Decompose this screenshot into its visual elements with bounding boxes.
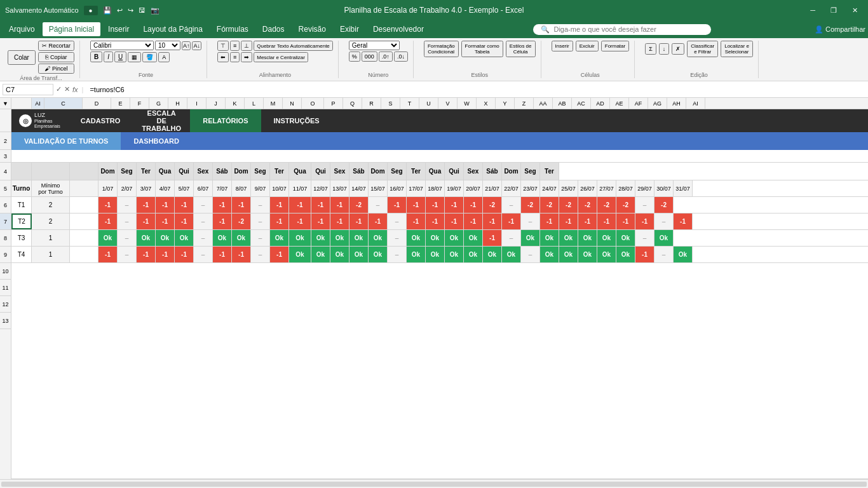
t2-d26[interactable]: -1 [578,214,597,229]
t4-d3[interactable]: -1 [137,247,156,262]
t1-name[interactable]: T1 [11,197,32,213]
t2-d19[interactable]: -1 [445,214,464,229]
menu-layout[interactable]: Layout da Página [137,22,208,36]
col-header-AF[interactable]: AF [629,98,648,109]
t2-d21[interactable]: -1 [483,214,502,229]
col-header-G[interactable]: G [149,98,168,109]
col-header-Z[interactable]: Z [515,98,534,109]
nav-relatorios[interactable]: RELATÓRIOS [190,109,261,132]
minimize-icon[interactable]: ─ [805,4,820,17]
col-header-K[interactable]: K [226,98,245,109]
number-format-select[interactable]: Geral [349,41,400,50]
font-color-button[interactable]: A [158,52,170,62]
t2-d25[interactable]: -1 [559,214,578,229]
align-left-button[interactable]: ⬅ [217,52,229,62]
nav-cadastro[interactable]: CADASTRO [68,109,133,132]
t4-d1[interactable]: -1 [98,247,118,262]
t1-d1[interactable]: -1 [98,197,118,213]
clear-button[interactable]: ✗ [672,43,684,55]
col-header-S[interactable]: S [381,98,400,109]
format-table-button[interactable]: Formatar comoTabela [461,41,503,57]
t1-d17[interactable]: -1 [407,197,426,213]
row-header-2[interactable]: 2 [0,132,11,150]
col-header-D[interactable]: D [83,98,111,109]
t4-d21[interactable]: Ok [483,247,502,262]
t4-d26[interactable]: Ok [578,247,597,262]
t1-d9[interactable]: – [251,197,270,213]
t3-d14[interactable]: Ok [349,230,369,246]
menu-pagina-inicial[interactable]: Página Inicial [43,22,100,36]
t4-d17[interactable]: Ok [407,247,426,262]
t3-d29[interactable]: – [635,230,654,246]
t1-d6[interactable]: – [194,197,213,213]
t1-d23[interactable]: -2 [521,197,540,213]
t1-d20[interactable]: -1 [464,197,483,213]
row-header-9[interactable]: 9 [0,247,11,263]
menu-revisao[interactable]: Revisão [292,22,332,36]
t4-d28[interactable]: Ok [616,247,635,262]
t3-d11[interactable]: Ok [289,230,311,246]
formula-input[interactable] [87,85,865,95]
copy-button[interactable]: ⎘ Copiar [38,52,74,62]
t2-d12[interactable]: -1 [311,214,330,229]
increase-font-button[interactable]: A↑ [182,41,191,50]
t4-d27[interactable]: Ok [597,247,616,262]
t2-d4[interactable]: -1 [156,214,175,229]
t3-d3[interactable]: Ok [137,230,156,246]
row-header-12[interactable]: 12 [0,296,11,313]
t3-d2[interactable]: – [118,230,137,246]
col-header-X[interactable]: X [477,98,496,109]
italic-button[interactable]: I [104,51,113,62]
t2-d29[interactable]: -1 [635,214,654,229]
t4-d9[interactable]: – [251,247,270,262]
t4-d23[interactable]: – [521,247,540,262]
t1-d30[interactable]: -2 [654,197,674,213]
t1-d7[interactable]: -1 [213,197,232,213]
redo-icon[interactable]: ↪ [128,6,133,15]
t4-d15[interactable]: Ok [369,247,388,262]
col-header-Y[interactable]: Y [496,98,515,109]
t1-d29[interactable]: – [635,197,654,213]
align-center-button[interactable]: ≡ [230,52,240,62]
col-header-O[interactable]: O [302,98,324,109]
t3-d4[interactable]: Ok [156,230,175,246]
col-header-C[interactable]: C [44,98,83,109]
fill-color-button[interactable]: 🪣 [142,52,157,62]
t3-d19[interactable]: Ok [445,230,464,246]
format-painter-button[interactable]: 🖌 Pincel [38,64,74,74]
delete-cell-button[interactable]: Excluir [576,41,599,51]
t2-d5[interactable]: -1 [175,214,194,229]
col-header-AE[interactable]: AE [610,98,629,109]
t3-d5[interactable]: Ok [175,230,194,246]
t2-d22[interactable]: -1 [502,214,521,229]
t1-d3[interactable]: -1 [137,197,156,213]
t3-d15[interactable]: Ok [369,230,388,246]
t2-d31[interactable]: -1 [674,214,693,229]
t4-d4[interactable]: -1 [156,247,175,262]
menu-exibir[interactable]: Exibir [334,22,365,36]
decrease-font-button[interactable]: A↓ [192,41,201,50]
t1-d18[interactable]: -1 [426,197,445,213]
row-header-13[interactable]: 13 [0,313,11,329]
decrease-decimal-button[interactable]: .0↓ [394,51,408,62]
t4-d14[interactable]: Ok [349,247,369,262]
subnav-validacao[interactable]: VALIDAÇÃO DE TURNOS [11,132,121,150]
t3-d7[interactable]: Ok [213,230,232,246]
t1-d11[interactable]: -1 [289,197,311,213]
save-disk-icon[interactable]: 🖫 [139,6,146,14]
col-header-AC[interactable]: AC [572,98,591,109]
row-header-1[interactable] [0,109,11,132]
row-header-11[interactable]: 11 [0,280,11,296]
col-header-AB[interactable]: AB [553,98,572,109]
close-icon[interactable]: ✕ [847,4,863,17]
t1-d12[interactable]: -1 [311,197,330,213]
t2-d11[interactable]: -1 [289,214,311,229]
t3-d10[interactable]: Ok [270,230,289,246]
format-cell-button[interactable]: Formatar [601,41,629,51]
t3-d18[interactable]: Ok [426,230,445,246]
t3-d28[interactable]: Ok [616,230,635,246]
row-header-6[interactable]: 6 [0,197,11,214]
t3-d8[interactable]: Ok [232,230,251,246]
t4-d8[interactable]: -1 [232,247,251,262]
nav-instrucoes[interactable]: INSTRUÇÕES [261,109,332,132]
